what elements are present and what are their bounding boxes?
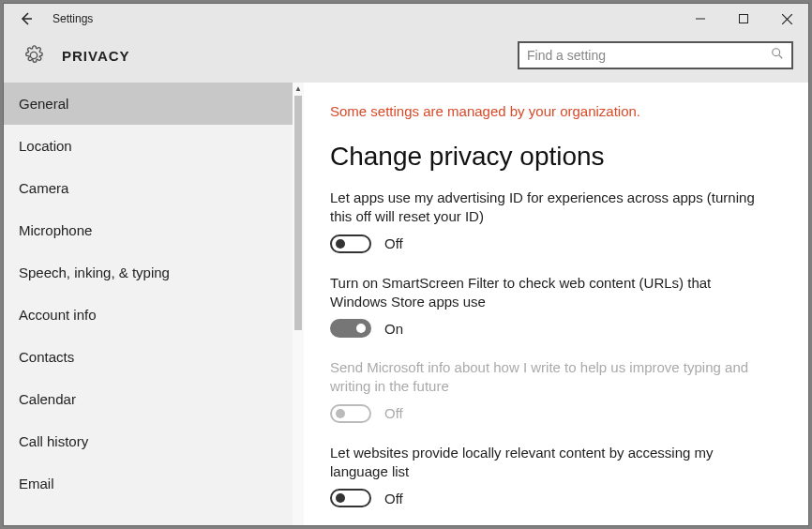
sidebar-item-label: Call history	[19, 433, 88, 449]
section-header: PRIVACY Find a setting	[4, 34, 808, 83]
sidebar-item-label: Contacts	[19, 349, 74, 365]
content-panel: Some settings are managed by your organi…	[304, 83, 808, 525]
toggle-state-label: Off	[384, 235, 403, 251]
toggle-switch	[330, 404, 371, 423]
page-title: PRIVACY	[62, 48, 518, 64]
toggle-row: Off	[330, 234, 782, 253]
settings-window: Settings PRIVACY Find a setting	[3, 3, 809, 526]
toggle-switch[interactable]	[330, 319, 371, 338]
sidebar-item-label: Account info	[19, 307, 97, 323]
sidebar-scrollbar[interactable]: ▲	[293, 83, 304, 525]
sidebar-item-label: General	[19, 96, 68, 112]
minimize-icon	[696, 14, 705, 23]
toggle-row: Off	[330, 489, 782, 507]
toggle-knob-icon	[336, 493, 345, 503]
toggle-switch[interactable]	[330, 234, 371, 253]
minimize-button[interactable]	[679, 4, 722, 34]
sidebar-item-label: Email	[19, 476, 54, 491]
setting-description: Turn on SmartScreen Filter to check web …	[330, 274, 761, 312]
search-placeholder: Find a setting	[527, 48, 771, 63]
setting-description: Send Microsoft info about how I write to…	[330, 358, 761, 397]
sidebar-item-location[interactable]: Location	[4, 125, 304, 167]
toggle-switch[interactable]	[330, 489, 371, 507]
sidebar-item-label: Calendar	[19, 391, 76, 407]
sidebar-item-label: Camera	[19, 180, 68, 196]
setting-0: Let apps use my advertising ID for exper…	[330, 189, 782, 253]
setting-1: Turn on SmartScreen Filter to check web …	[330, 274, 782, 339]
toggle-row: On	[330, 319, 782, 338]
setting-3: Let websites provide locally relevant co…	[330, 444, 782, 508]
gear-icon	[23, 45, 44, 66]
titlebar: Settings	[4, 4, 808, 34]
svg-line-5	[779, 55, 783, 59]
sidebar-item-contacts[interactable]: Contacts	[4, 336, 304, 378]
sidebar-item-microphone[interactable]: Microphone	[4, 209, 304, 251]
svg-rect-1	[740, 15, 748, 23]
toggle-knob-icon	[336, 239, 345, 249]
content-heading: Change privacy options	[330, 142, 782, 172]
close-button[interactable]	[765, 4, 808, 34]
search-input[interactable]: Find a setting	[518, 41, 793, 69]
sidebar-item-camera[interactable]: Camera	[4, 167, 304, 209]
maximize-icon	[739, 14, 748, 23]
back-button[interactable]	[4, 4, 49, 34]
setting-2: Send Microsoft info about how I write to…	[330, 358, 782, 423]
sidebar-item-email[interactable]: Email	[4, 462, 304, 505]
toggle-knob-icon	[336, 409, 345, 418]
sidebar-item-calendar[interactable]: Calendar	[4, 378, 304, 420]
maximize-button[interactable]	[722, 4, 765, 34]
sidebar-item-label: Location	[19, 138, 72, 154]
close-icon	[782, 14, 792, 24]
back-arrow-icon	[19, 11, 34, 26]
toggle-knob-icon	[356, 324, 366, 333]
sidebar: GeneralLocationCameraMicrophoneSpeech, i…	[4, 83, 304, 525]
sidebar-item-label: Speech, inking, & typing	[19, 264, 170, 280]
sidebar-item-general[interactable]: General	[4, 83, 304, 125]
setting-description: Let websites provide locally relevant co…	[330, 444, 761, 482]
scrollbar-thumb[interactable]	[294, 96, 302, 330]
toggle-state-label: On	[384, 321, 403, 337]
chevron-up-icon[interactable]: ▲	[293, 83, 304, 94]
toggle-row: Off	[330, 404, 782, 423]
window-title: Settings	[49, 4, 679, 34]
sidebar-item-label: Microphone	[19, 222, 92, 238]
privacy-settings-icon	[19, 45, 49, 66]
sidebar-item-speech-inking-typing[interactable]: Speech, inking, & typing	[4, 251, 304, 294]
search-icon	[771, 47, 784, 64]
svg-point-4	[773, 49, 780, 56]
sidebar-item-call-history[interactable]: Call history	[4, 420, 304, 462]
organization-notice: Some settings are managed by your organi…	[330, 103, 782, 119]
toggle-state-label: Off	[384, 491, 403, 506]
toggle-state-label: Off	[384, 405, 403, 421]
sidebar-item-account-info[interactable]: Account info	[4, 294, 304, 336]
setting-description: Let apps use my advertising ID for exper…	[330, 189, 761, 227]
body: GeneralLocationCameraMicrophoneSpeech, i…	[4, 83, 808, 525]
